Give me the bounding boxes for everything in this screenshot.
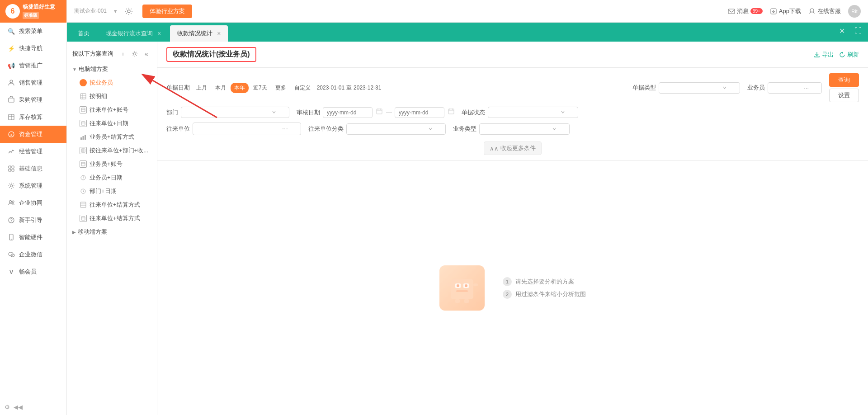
topbar-chevron-icon[interactable]: ▾ bbox=[114, 8, 117, 14]
audit-date-from-input[interactable] bbox=[323, 107, 373, 118]
tree-item-salesperson-payment[interactable]: 业务员+结算方式 bbox=[67, 130, 157, 144]
date-tab-this-month[interactable]: 本月 bbox=[212, 83, 230, 93]
panel-settings-button[interactable] bbox=[130, 49, 140, 59]
sidebar-item-sales[interactable]: 销售管理 bbox=[0, 74, 66, 91]
refresh-button[interactable]: 刷新 bbox=[839, 51, 859, 59]
tree-item-by-salesperson[interactable]: 按业务员 bbox=[67, 76, 157, 90]
sidebar-item-system[interactable]: 系统管理 bbox=[0, 177, 66, 194]
message-action[interactable]: 消息 99+ bbox=[728, 7, 763, 15]
app-download-action[interactable]: App下载 bbox=[770, 7, 801, 15]
svg-rect-64 bbox=[473, 283, 478, 286]
panel-add-button[interactable]: + bbox=[118, 49, 128, 59]
sidebar-item-purchase[interactable]: 采购管理 bbox=[0, 91, 66, 108]
counterpart-select[interactable]: ··· bbox=[193, 123, 301, 135]
sidebar-item-wechat[interactable]: 企业微信 bbox=[0, 246, 66, 263]
date-label: 单据日期 bbox=[166, 84, 190, 92]
salesperson-payment-icon bbox=[80, 133, 87, 141]
business-type-chevron-icon bbox=[552, 126, 557, 132]
tab-collection-stats[interactable]: 收款情况统计 × bbox=[170, 25, 228, 42]
counterpart-class-select[interactable] bbox=[346, 123, 446, 135]
sidebar-item-cooperation[interactable]: 企业协同 bbox=[0, 194, 66, 212]
export-button[interactable]: 导出 bbox=[814, 51, 834, 59]
date-tab-more[interactable]: 更多 bbox=[272, 83, 290, 93]
filter-salesperson-item: 业务员 ··· bbox=[747, 82, 822, 94]
sidebar-item-label: 搜索菜单 bbox=[19, 27, 42, 35]
tree-item-label: 按明细 bbox=[90, 92, 107, 100]
collapse-chevron-icon: ∧∧ bbox=[490, 145, 499, 152]
dept-date-icon bbox=[80, 188, 87, 195]
tree-item-supplier-account[interactable]: 往来单位+账号 bbox=[67, 103, 157, 117]
collapse-icon[interactable]: ◀◀ bbox=[14, 404, 23, 410]
date-tab-7days[interactable]: 近7天 bbox=[250, 83, 271, 93]
bill-status-select[interactable] bbox=[488, 107, 578, 118]
svg-text:¥: ¥ bbox=[10, 133, 13, 137]
tree-item-supplier-payment1[interactable]: 往来单位+结算方式 bbox=[67, 198, 157, 212]
sidebar-item-member[interactable]: V 畅会员 bbox=[0, 263, 66, 280]
date-tabs: 上月 本月 本年 近7天 更多 自定义 bbox=[193, 83, 314, 93]
tab-fullscreen-icon[interactable]: ⛶ bbox=[852, 24, 864, 37]
supplier-account-icon bbox=[80, 106, 87, 113]
topbar-settings-icon[interactable] bbox=[123, 5, 135, 18]
sidebar-item-marketing[interactable]: 📢 营销推广 bbox=[0, 57, 66, 74]
svg-point-0 bbox=[10, 80, 13, 83]
sidebar-item-finance[interactable]: ¥ 资金管理 bbox=[0, 126, 66, 143]
svg-rect-9 bbox=[9, 169, 11, 171]
salesperson-select[interactable]: ··· bbox=[768, 82, 822, 94]
settings-icon[interactable]: ⚙ bbox=[5, 404, 10, 410]
date-tab-this-year[interactable]: 本年 bbox=[231, 83, 249, 93]
tree-item-supplier-payment2[interactable]: 往来单位+结算方式 bbox=[67, 212, 157, 225]
basic-icon bbox=[7, 165, 15, 173]
svg-rect-66 bbox=[464, 299, 469, 303]
guide-icon: ? bbox=[7, 216, 15, 224]
salesperson-ellipsis[interactable]: ··· bbox=[804, 85, 809, 91]
sidebar-item-basic[interactable]: 基础信息 bbox=[0, 160, 66, 177]
tab-home[interactable]: 首页 bbox=[71, 25, 97, 42]
filter-settings-button[interactable]: 设置 bbox=[829, 89, 859, 102]
sidebar-item-inventory[interactable]: 库存核算 bbox=[0, 108, 66, 126]
tree-group-mobile-header[interactable]: ▶ 移动端方案 bbox=[67, 225, 157, 239]
calendar-to-icon[interactable] bbox=[448, 108, 454, 116]
counterpart-ellipsis[interactable]: ··· bbox=[282, 125, 288, 133]
calendar-from-icon[interactable] bbox=[376, 108, 382, 116]
filter-row-3: 往来单位 ··· 往来单位分类 bbox=[166, 123, 859, 135]
tree-item-label: 业务员+账号 bbox=[90, 160, 123, 168]
tree-item-supplier-date[interactable]: 往来单位+日期 bbox=[67, 117, 157, 130]
panel-header-actions: + « bbox=[118, 49, 151, 59]
sidebar-item-hardware[interactable]: 智能硬件 bbox=[0, 229, 66, 246]
sidebar-item-quicknav[interactable]: ⚡ 快捷导航 bbox=[0, 40, 66, 57]
query-button[interactable]: 查询 bbox=[829, 73, 859, 87]
tree-item-label: 部门+日期 bbox=[90, 187, 117, 195]
svg-point-60 bbox=[457, 284, 459, 287]
tab-close-all-icon[interactable]: ✕ bbox=[835, 24, 848, 37]
sidebar: 6 畅捷通好生意 标准版 🔍 搜索菜单 ⚡ 快捷导航 📢 营销推广 销售管理 bbox=[0, 0, 67, 415]
tree-item-salesperson-date[interactable]: 业务员+日期 bbox=[67, 171, 157, 184]
tree-item-dept-date[interactable]: 部门+日期 bbox=[67, 184, 157, 198]
online-service-action[interactable]: 在线客服 bbox=[808, 7, 841, 15]
tab-bank-flow-close-icon[interactable]: × bbox=[157, 30, 161, 37]
trial-button[interactable]: 体验行业方案 bbox=[142, 5, 192, 18]
date-tab-last-month[interactable]: 上月 bbox=[193, 83, 211, 93]
tree-item-by-detail[interactable]: 按明细 bbox=[67, 90, 157, 103]
date-tab-custom[interactable]: 自定义 bbox=[291, 83, 314, 93]
tab-bank-flow[interactable]: 现金银行流水查询 × bbox=[99, 25, 168, 42]
message-label: 消息 bbox=[737, 7, 749, 15]
tab-collection-stats-close-icon[interactable]: × bbox=[217, 30, 221, 37]
sidebar-item-operation[interactable]: 经营管理 bbox=[0, 143, 66, 160]
business-type-select[interactable] bbox=[479, 123, 570, 135]
dept-select[interactable] bbox=[181, 107, 289, 118]
collapse-filter-button[interactable]: ∧∧ 收起更多条件 bbox=[484, 141, 542, 155]
audit-date-to-input[interactable] bbox=[395, 107, 444, 118]
topbar-user: 测试企业-001 bbox=[74, 7, 107, 15]
tree-group-pc-header[interactable]: ▼ 电脑端方案 bbox=[67, 62, 157, 76]
filter-row-1: 单据日期 上月 本月 本年 近7天 更多 自定义 2023-01-01 至 bbox=[166, 73, 859, 102]
filter-counterpart-item: 往来单位 ··· bbox=[166, 123, 301, 135]
tree-item-supplier-dept-collect[interactable]: 按往来单位+部门+收... bbox=[67, 144, 157, 157]
wechat-icon bbox=[7, 250, 15, 259]
sidebar-item-search[interactable]: 🔍 搜索菜单 bbox=[0, 23, 66, 40]
sidebar-item-guide[interactable]: ? 新手引导 bbox=[0, 212, 66, 229]
bill-type-select[interactable] bbox=[659, 82, 740, 94]
tree-item-salesperson-account[interactable]: 业务员+账号 bbox=[67, 157, 157, 171]
panel-collapse-button[interactable]: « bbox=[142, 49, 151, 59]
svg-rect-29 bbox=[81, 108, 85, 112]
svg-rect-35 bbox=[85, 135, 86, 140]
